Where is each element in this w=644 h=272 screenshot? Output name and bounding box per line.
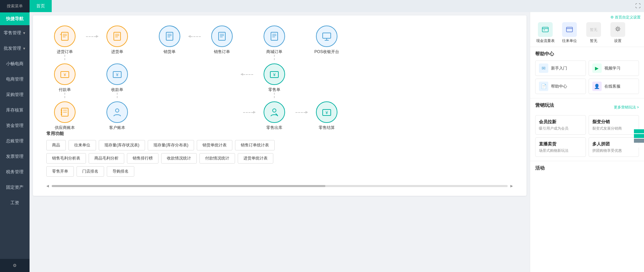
flow-node-sale[interactable]: 销货单 bbox=[151, 26, 188, 55]
func-btn-stock-status[interactable]: 现存量(库存状况表) bbox=[99, 140, 145, 150]
flow-node-payment[interactable]: ¥ 付款单 bbox=[46, 63, 83, 93]
split-title: 裂变分销 bbox=[592, 119, 636, 125]
svg-text:¥: ¥ bbox=[63, 72, 66, 77]
flow-node-retail-settle[interactable]: ¥ 零售结算 bbox=[308, 101, 345, 131]
flow-node-sale-order[interactable]: 销售订单 bbox=[203, 26, 240, 55]
float-sidebar: 客服热线 服务社区 桌面快捷 bbox=[634, 129, 644, 143]
func-btn-goods[interactable]: 商品 bbox=[46, 140, 66, 150]
float-btn-service[interactable]: 客服热线 bbox=[634, 129, 644, 133]
help-item-help[interactable]: 📄 帮助中心 bbox=[535, 79, 586, 94]
func-btn-store-rank[interactable]: 门店排名 bbox=[77, 166, 104, 177]
none-icon: 暂无 bbox=[586, 22, 601, 37]
flow-node-retail-out[interactable]: 零售出库 bbox=[256, 101, 293, 131]
func-grid-3: 零售开单 门店排名 导购排名 bbox=[46, 166, 513, 177]
help-icon: 📄 bbox=[539, 82, 548, 91]
shortcut-cashflow[interactable]: 现金流量表 bbox=[535, 22, 555, 43]
marketing-item-live[interactable]: 直播卖货 场景式购物新玩法 bbox=[535, 137, 586, 157]
scroll-left-btn[interactable]: ◀ bbox=[46, 184, 49, 188]
svg-text:¥: ¥ bbox=[325, 110, 328, 115]
flow-node-purchase-order[interactable]: 进货订单 bbox=[46, 26, 83, 55]
sidebar-item-ledger[interactable]: 总账管理 bbox=[0, 133, 30, 149]
member-sub: 吸引用户成为会员 bbox=[539, 126, 582, 131]
svg-rect-16 bbox=[271, 32, 278, 40]
sidebar-item-invoice[interactable]: 发票管理 bbox=[0, 149, 30, 164]
func-btn-sale-stat[interactable]: 销货单统计表 bbox=[197, 140, 232, 150]
sale-icon bbox=[159, 26, 180, 47]
func-btn-payment-stat[interactable]: 付款情况统计 bbox=[199, 153, 235, 164]
flow-node-purchase[interactable]: 进货单 bbox=[99, 26, 136, 55]
func-btn-sale-order-stat[interactable]: 销售订单统计表 bbox=[235, 140, 275, 150]
flow-node-receipt[interactable]: ¥ 收款单 bbox=[99, 63, 136, 93]
common-func-title: 常用功能 bbox=[46, 131, 513, 137]
scroll-right-btn[interactable]: ▶ bbox=[510, 184, 513, 188]
sidebar-item-ecommerce[interactable]: 电商管理 bbox=[0, 72, 30, 87]
sidebar-search[interactable]: 搜索菜单 bbox=[0, 0, 30, 12]
float-btn-community[interactable]: 服务社区 bbox=[634, 134, 644, 138]
sale-order-icon bbox=[211, 26, 233, 47]
customer-ledger-icon bbox=[106, 101, 128, 123]
more-marketing-link[interactable]: 更多营销玩法 > bbox=[614, 105, 639, 110]
sidebar-item-assets[interactable]: 固定资产 bbox=[0, 180, 30, 195]
shortcut-none[interactable]: 暂无 暂无 bbox=[584, 22, 604, 43]
func-btn-receipt-stat[interactable]: 收款情况统计 bbox=[161, 153, 197, 164]
live-sub: 场景式购物新玩法 bbox=[539, 148, 582, 153]
help-item-beginner[interactable]: ✉ 新手入门 bbox=[535, 60, 586, 76]
sidebar-nav-header[interactable]: 快捷导航 bbox=[0, 12, 30, 25]
sidebar-item-tax[interactable]: 税务管理 bbox=[0, 164, 30, 180]
sidebar-item-label: 资金管理 bbox=[6, 123, 24, 129]
customer-ledger-label: 客户账本 bbox=[109, 125, 125, 131]
marketing-header: 营销玩法 更多营销玩法 > bbox=[535, 102, 639, 112]
content-area: 进货订单 ▶ 进货单 bbox=[30, 12, 644, 272]
scroll-track[interactable] bbox=[52, 185, 508, 187]
customize-button[interactable]: ⚙ 首页自定义设置 bbox=[610, 15, 641, 20]
help-item-service[interactable]: 👤 在线客服 bbox=[589, 79, 639, 94]
flow-node-pos[interactable]: POS收银开台 bbox=[308, 26, 345, 55]
expand-icon[interactable]: ⛶ bbox=[632, 0, 644, 12]
beginner-icon: ✉ bbox=[539, 63, 548, 73]
help-item-video[interactable]: ▶ 视频学习 bbox=[589, 60, 639, 76]
help-title: 帮助中心 bbox=[535, 51, 639, 57]
tab-home[interactable]: 首页 bbox=[30, 0, 52, 12]
flow-node-customer-ledger[interactable]: 客户账本 bbox=[99, 101, 136, 131]
func-btn-sale-rank[interactable]: 销售排行榜 bbox=[127, 153, 158, 164]
shortcut-settings[interactable]: 设置 bbox=[608, 22, 628, 43]
main-area: 首页 ⛶ 进货订单 bbox=[30, 0, 644, 272]
service-label: 在线客服 bbox=[604, 84, 620, 89]
func-btn-stock-dist[interactable]: 现存量(库存分布表) bbox=[148, 140, 194, 150]
flow-node-mall-order[interactable]: 商城订单 bbox=[256, 26, 293, 55]
units-icon bbox=[562, 22, 577, 37]
svg-rect-12 bbox=[219, 32, 225, 40]
sidebar-item-wholesale[interactable]: 批发管理 ▼ bbox=[0, 41, 30, 56]
flow-node-supplier-ledger[interactable]: 供应商账本 bbox=[46, 101, 83, 131]
sidebar-item-label: 固定资产 bbox=[6, 184, 24, 190]
marketing-item-group[interactable]: 多人拼团 拼团购物享受优惠 bbox=[589, 137, 639, 157]
float-btn-desktop[interactable]: 桌面快捷 bbox=[634, 139, 644, 143]
func-btn-guide-rank[interactable]: 导购排名 bbox=[107, 166, 134, 177]
func-btn-units[interactable]: 往来单位 bbox=[68, 140, 96, 150]
marketing-item-split[interactable]: 裂变分销 裂变式发展分销商 bbox=[589, 115, 639, 135]
func-grid-1: 商品 往来单位 现存量(库存状况表) 现存量(库存分布表) 销货单统计表 销售订… bbox=[46, 140, 513, 150]
activity-title: 活动 bbox=[535, 165, 639, 171]
supplier-ledger-icon bbox=[54, 101, 76, 123]
marketing-item-member[interactable]: 会员拉新 吸引用户成为会员 bbox=[535, 115, 586, 135]
customize-label: 首页自定义设置 bbox=[615, 15, 641, 20]
sidebar-item-purchase[interactable]: 采购管理 bbox=[0, 87, 30, 102]
sidebar-item-ecommerce-small[interactable]: 小畅电商 bbox=[0, 56, 30, 72]
func-btn-goods-profit[interactable]: 商品毛利分析 bbox=[89, 153, 124, 164]
shortcut-units[interactable]: 往来单位 bbox=[559, 22, 580, 43]
retail-settle-label: 零售结算 bbox=[319, 125, 335, 131]
func-btn-purchase-stat[interactable]: 进货单统计表 bbox=[238, 153, 273, 164]
func-btn-sale-profit[interactable]: 销售毛利分析表 bbox=[46, 153, 86, 164]
sidebar-item-inventory[interactable]: 库存核算 bbox=[0, 102, 30, 118]
sidebar-item-salary[interactable]: 工资 bbox=[0, 195, 30, 211]
sidebar-item-finance[interactable]: 资金管理 bbox=[0, 118, 30, 133]
payment-icon: ¥ bbox=[54, 63, 76, 85]
retail-out-icon bbox=[264, 101, 285, 123]
svg-rect-40 bbox=[542, 27, 548, 32]
func-btn-retail-order[interactable]: 零售开单 bbox=[46, 166, 74, 177]
svg-rect-32 bbox=[61, 114, 62, 115]
sidebar-settings[interactable]: ⚙ bbox=[0, 259, 30, 272]
sidebar-item-retail[interactable]: 零售管理 ▼ bbox=[0, 25, 30, 41]
group-title: 多人拼团 bbox=[592, 141, 636, 147]
flow-node-retail[interactable]: ¥ 零售单 bbox=[256, 63, 293, 93]
